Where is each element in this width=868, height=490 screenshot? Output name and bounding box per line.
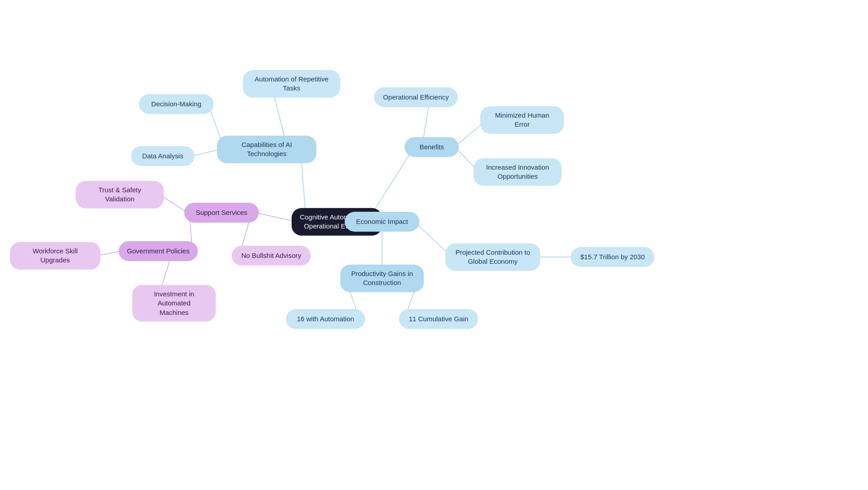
node-label-data_analysis: Data Analysis bbox=[142, 152, 184, 161]
node-capabilities[interactable]: Capabilities of AI Technologies bbox=[217, 136, 316, 163]
node-no_bullshit[interactable]: No Bullshit Advisory bbox=[232, 246, 311, 266]
node-economic_impact[interactable]: Economic Impact bbox=[345, 212, 420, 232]
svg-line-3 bbox=[194, 150, 217, 156]
node-label-benefits: Benefits bbox=[420, 143, 444, 152]
node-label-workforce_skill: Workforce Skill Upgrades bbox=[18, 247, 92, 265]
svg-line-7 bbox=[458, 150, 476, 168]
svg-line-4 bbox=[373, 153, 410, 214]
node-label-automation_tasks: Automation of Repetitive Tasks bbox=[251, 75, 332, 93]
node-investment_machines[interactable]: Investment in Automated Machines bbox=[132, 285, 216, 322]
node-minimized_error[interactable]: Minimized Human Error bbox=[481, 106, 564, 134]
node-innovation[interactable]: Increased Innovation Opportunities bbox=[474, 158, 562, 186]
node-label-decision_making: Decision-Making bbox=[151, 100, 202, 109]
node-label-capabilities: Capabilities of AI Technologies bbox=[225, 140, 308, 159]
node-label-no_bullshit: No Bullshit Advisory bbox=[241, 251, 302, 260]
node-workforce_skill[interactable]: Workforce Skill Upgrades bbox=[10, 242, 100, 270]
node-decision_making[interactable]: Decision-Making bbox=[139, 94, 214, 114]
node-automation_tasks[interactable]: Automation of Repetitive Tasks bbox=[243, 70, 340, 98]
node-label-investment_machines: Investment in Automated Machines bbox=[141, 290, 208, 317]
node-label-support_services: Support Services bbox=[196, 208, 247, 217]
node-label-economic_impact: Economic Impact bbox=[356, 217, 408, 226]
node-productivity_gains[interactable]: Productivity Gains in Construction bbox=[340, 265, 424, 292]
mind-map-canvas: Cognitive Automation for Operational Eff… bbox=[0, 0, 868, 490]
node-trust_safety[interactable]: Trust & Safety Validation bbox=[76, 181, 164, 209]
svg-line-6 bbox=[458, 124, 482, 144]
node-label-trillion_2030: $15.7 Trillion by 2030 bbox=[580, 252, 645, 262]
node-benefits[interactable]: Benefits bbox=[405, 137, 459, 157]
node-label-productivity_gains: Productivity Gains in Construction bbox=[351, 269, 413, 288]
node-eleven_cumulative[interactable]: 11 Cumulative Gain bbox=[399, 309, 478, 329]
node-label-projected_contribution: Projected Contribution to Global Economy bbox=[455, 248, 530, 266]
svg-line-8 bbox=[259, 214, 292, 221]
svg-line-1 bbox=[274, 97, 284, 137]
node-operational_efficiency[interactable]: Operational Efficiency bbox=[374, 87, 458, 107]
node-label-innovation: Increased Innovation Opportunities bbox=[486, 163, 549, 181]
svg-line-0 bbox=[302, 159, 306, 212]
node-sixteen_automation[interactable]: 16 with Automation bbox=[286, 309, 365, 329]
svg-line-10 bbox=[241, 219, 250, 249]
svg-line-12 bbox=[100, 252, 119, 255]
node-projected_contribution[interactable]: Projected Contribution to Global Economy bbox=[445, 243, 540, 271]
node-label-government_policies: Government Policies bbox=[127, 247, 189, 256]
svg-line-16 bbox=[418, 225, 448, 253]
node-label-trust_safety: Trust & Safety Validation bbox=[84, 186, 156, 204]
node-label-sixteen_automation: 16 with Automation bbox=[297, 314, 354, 323]
node-government_policies[interactable]: Government Policies bbox=[119, 241, 198, 261]
node-support_services[interactable]: Support Services bbox=[184, 203, 259, 223]
svg-line-13 bbox=[162, 261, 170, 285]
node-label-operational_efficiency: Operational Efficiency bbox=[383, 93, 449, 102]
node-label-eleven_cumulative: 11 Cumulative Gain bbox=[409, 314, 468, 323]
svg-line-9 bbox=[163, 197, 185, 211]
node-data_analysis[interactable]: Data Analysis bbox=[131, 146, 194, 166]
node-label-minimized_error: Minimized Human Error bbox=[489, 111, 556, 129]
svg-line-5 bbox=[424, 107, 429, 138]
node-trillion_2030[interactable]: $15.7 Trillion by 2030 bbox=[571, 247, 655, 267]
